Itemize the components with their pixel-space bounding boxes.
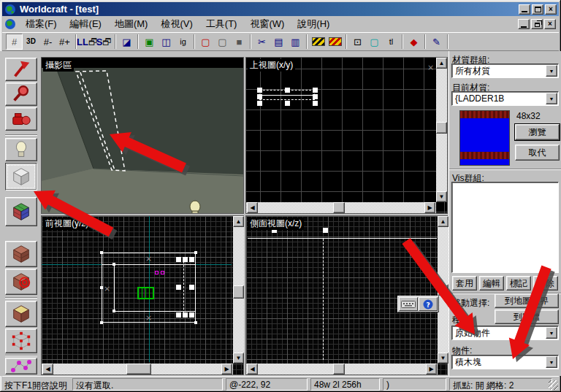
vertex-dot[interactable] [100, 286, 103, 289]
visgroups-listbox[interactable] [451, 182, 559, 273]
grid-3d-button[interactable]: 3D [23, 34, 39, 50]
texture-group-combo[interactable]: 所有材質 ▼ [451, 64, 559, 78]
vertex-dot[interactable] [100, 321, 103, 324]
vertex-dot[interactable] [112, 263, 115, 266]
selection-handle[interactable] [189, 285, 194, 290]
chevron-down-icon[interactable]: ▼ [546, 327, 557, 339]
vertex-dot[interactable] [194, 321, 197, 324]
split-face-button[interactable]: ◆ [405, 34, 422, 50]
selection-handle[interactable] [257, 101, 262, 106]
grid-larger-button[interactable]: #+ [56, 34, 73, 50]
scroll-up-button[interactable]: ▲ [438, 216, 449, 227]
visgroup-purge-button[interactable]: 排除 [533, 276, 558, 291]
menu-file[interactable]: 檔案(F) [19, 15, 64, 33]
selection-handle[interactable] [313, 94, 318, 99]
selection-bounds-button[interactable]: ⊡ [349, 34, 366, 50]
selection-handle[interactable] [285, 88, 290, 93]
visgroup-mark-button[interactable]: 標記 [506, 276, 531, 291]
block-tool-button[interactable] [5, 163, 37, 191]
vertex-tool-button[interactable] [5, 328, 37, 353]
menu-view[interactable]: 檢視(V) [154, 15, 199, 33]
current-texture-combo[interactable]: {LADDER1B ▼ [451, 91, 559, 106]
hide-unselected-button[interactable] [327, 34, 343, 50]
selection-handle[interactable] [257, 94, 262, 99]
mdi-close-button[interactable]: × [544, 19, 556, 29]
viewport-3d[interactable]: 攝影區 [41, 57, 244, 214]
scroll-down-button[interactable]: ▼ [436, 191, 447, 202]
resize-grip[interactable] [549, 380, 558, 390]
hscroll-thumb[interactable] [333, 202, 345, 213]
object-combo[interactable]: 積木塊 ▼ [451, 355, 559, 369]
hscroll-thumb[interactable] [126, 364, 151, 374]
selection-tool-button[interactable] [5, 58, 37, 81]
vscroll-thumb[interactable] [436, 122, 447, 134]
top-view-vscrollbar[interactable]: ▲ ▼ [436, 58, 447, 202]
close-button[interactable]: × [545, 4, 557, 15]
cordon-button[interactable]: ▢ [366, 34, 383, 50]
run-map-button[interactable]: ✎ [428, 34, 445, 50]
selection-handle[interactable] [183, 312, 188, 318]
copy-button[interactable]: ▤ [270, 34, 287, 50]
selection-handle[interactable] [285, 101, 290, 106]
scroll-left-button[interactable]: ◀ [247, 364, 258, 374]
category-combo[interactable]: 原始物件 ▼ [451, 326, 559, 340]
selection-handle[interactable] [313, 88, 318, 93]
hide-selected-button[interactable] [310, 34, 327, 50]
maximize-button[interactable] [532, 4, 543, 15]
vertex-dot[interactable] [194, 251, 197, 254]
to-entity-button[interactable]: 到實體 [495, 310, 559, 324]
scroll-up-button[interactable]: ▲ [233, 216, 244, 227]
apply-current-texture-tool-button[interactable] [5, 241, 37, 267]
vscroll-thumb[interactable] [233, 285, 244, 299]
chevron-down-icon[interactable]: ▼ [546, 356, 557, 368]
select-solids-mode-button[interactable]: ■ [231, 34, 248, 50]
paste-button[interactable]: ▥ [287, 34, 304, 50]
viewport-front[interactable]: 前視圖(y/z) ⨯ ⨯ ⨯ ▲ ▼ [41, 215, 244, 375]
magnify-tool-button[interactable] [5, 82, 37, 106]
menu-map[interactable]: 地圖(M) [108, 15, 155, 33]
vertex-dot[interactable] [112, 310, 115, 312]
selection-handle[interactable] [183, 257, 188, 262]
vertex-dot[interactable] [100, 251, 103, 254]
grid-toggle-button[interactable]: # [6, 34, 23, 50]
ungroup-button[interactable]: ◫ [158, 34, 175, 50]
selection-handle[interactable] [176, 285, 181, 290]
top-view-hscrollbar[interactable]: ◀ ▶ [246, 202, 436, 213]
selection-handle[interactable] [189, 257, 194, 262]
replace-button[interactable]: 取代 [515, 145, 560, 161]
scroll-right-button[interactable]: ▶ [424, 202, 435, 213]
selection-handle[interactable] [176, 257, 181, 262]
menu-help[interactable]: 說明(H) [291, 15, 336, 33]
chevron-down-icon[interactable]: ▼ [546, 65, 557, 77]
cascade-small-button[interactable]: S🗗 [96, 34, 112, 50]
menu-tools[interactable]: 工具(T) [199, 15, 244, 33]
keyboard-help-button[interactable] [399, 297, 418, 311]
carve-button[interactable]: ◪ [118, 34, 135, 50]
mdi-restore-button[interactable] [531, 19, 543, 29]
minimize-button[interactable] [519, 4, 530, 15]
scroll-up-button[interactable]: ▲ [436, 58, 447, 69]
viewport-side[interactable]: 側面視圖(x/z) ? ▲ ▼ ◀ ▶ [245, 215, 448, 375]
scroll-right-button[interactable]: ▶ [221, 364, 232, 374]
select-groups-mode-button[interactable]: ▢ [197, 34, 214, 50]
cascade-large-button[interactable]: LL🗗 [79, 34, 96, 50]
scroll-left-button[interactable]: ◀ [42, 364, 53, 374]
side-view-vscrollbar[interactable]: ▲ ▼ [438, 216, 449, 364]
browse-button[interactable]: 瀏覽 [515, 124, 560, 140]
texture-lock-button[interactable]: tl [383, 34, 400, 50]
visgroup-apply-button[interactable]: 套用 [452, 276, 477, 291]
path-tool-button[interactable] [5, 358, 37, 374]
scroll-right-button[interactable]: ▶ [426, 364, 437, 374]
to-world-button[interactable]: 到地圖世界 [495, 293, 559, 308]
entity-tool-button[interactable] [5, 138, 37, 161]
clipping-tool-button[interactable] [5, 301, 37, 327]
front-view-hscrollbar[interactable]: ◀ ▶ [42, 364, 233, 374]
selection-handle[interactable] [189, 312, 194, 318]
context-help-button[interactable]: ? [419, 297, 438, 311]
visgroup-edit-button[interactable]: 編輯 [479, 276, 504, 291]
group-button[interactable]: ▣ [141, 34, 158, 50]
vscroll-thumb[interactable] [438, 284, 449, 296]
side-view-hscrollbar[interactable]: ◀ ▶ [246, 364, 438, 374]
selection-handle[interactable] [176, 312, 181, 318]
selection-handle[interactable] [257, 88, 262, 93]
